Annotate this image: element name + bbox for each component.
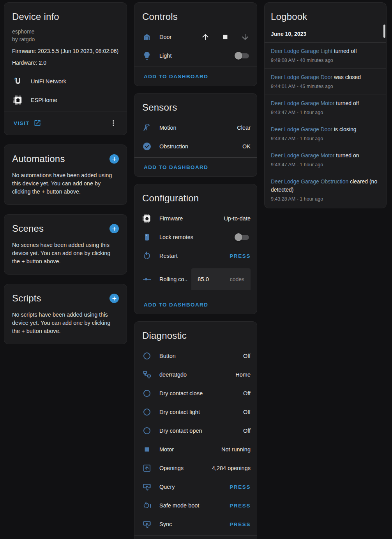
left-column: Device info esphome by ratgdo Firmware: … — [4, 2, 127, 354]
logbook-entry-text: Deer Lodge Garage Door was closed — [271, 73, 379, 81]
configuration-title: Configuration — [134, 184, 257, 209]
diagnostic-row-button[interactable]: Button Off — [134, 347, 257, 365]
entity-link[interactable]: Deer Lodge Garage Door — [271, 74, 332, 80]
radiobox-blank-icon — [142, 426, 152, 435]
entity-link[interactable]: Deer Lodge Garage Motor — [271, 100, 334, 106]
add-to-dashboard-link[interactable]: ADD TO DASHBOARD — [144, 164, 208, 170]
diagnostic-row-query: Query PRESS — [134, 477, 257, 496]
entity-link[interactable]: Deer Lodge Garage Obstruction — [271, 178, 348, 185]
diagnostic-row-dry-contact-close[interactable]: Dry contact close Off — [134, 384, 257, 403]
cover-stop-button[interactable] — [221, 32, 230, 42]
control-label: Door — [159, 34, 201, 40]
device-info-title: Device info — [4, 3, 127, 28]
diagnostic-row-motor[interactable]: Motor Not running — [134, 440, 257, 459]
sync-press-button[interactable]: PRESS — [230, 521, 251, 527]
garage-icon — [142, 32, 152, 42]
scenes-title: Scenes — [12, 223, 44, 234]
integration-row-unifi[interactable]: UniFi Network — [4, 72, 127, 91]
logbook-entry-text: Deer Lodge Garage Motor turned off — [271, 99, 379, 107]
diagnostic-row-sync: Sync PRESS — [134, 515, 257, 534]
add-to-dashboard-link[interactable]: ADD TO DASHBOARD — [144, 302, 208, 308]
integration-list: UniFi Network ESPHome — [4, 72, 127, 109]
device-info-footer: VISIT — [4, 111, 127, 135]
stop-icon — [142, 445, 152, 454]
device-model: by ratgdo — [4, 35, 127, 43]
open-in-new-icon — [34, 119, 41, 127]
diagnostic-value: Off — [243, 353, 251, 359]
diagnostic-value: Not running — [221, 446, 251, 453]
logbook-action: turned on — [336, 152, 359, 159]
scripts-title: Scripts — [12, 293, 41, 304]
sensor-row-motion[interactable]: Motion Clear — [134, 118, 257, 137]
logbook-entry: Deer Lodge Garage Motor turned on 9:43:4… — [265, 147, 386, 173]
logbook-entry: Deer Lodge Garage Obstruction cleared (n… — [265, 173, 386, 207]
logbook-entry-text: Deer Lodge Garage Door is closing — [271, 125, 379, 134]
integration-label: ESPHome — [31, 97, 120, 103]
integration-label: UniFi Network — [31, 78, 120, 85]
diagnostic-row-deerratgdo[interactable]: deerratgdo Home — [134, 365, 257, 384]
config-label: Firmware — [159, 215, 224, 222]
diagnostic-label: Dry contact close — [159, 390, 243, 396]
device-hardware: Hardware: 2.0 — [4, 55, 127, 67]
restart-press-button[interactable]: PRESS — [230, 253, 251, 259]
right-column: Logbook June 10, 2023 Deer Lodge Garage … — [264, 2, 387, 208]
automations-empty-text: No automations have been added using thi… — [4, 168, 127, 204]
sensor-label: Obstruction — [159, 143, 242, 150]
cover-open-button[interactable] — [201, 32, 210, 42]
logbook-time: 9:43:47 AM - 1 hour ago — [271, 161, 379, 169]
ray-vertex-icon — [142, 275, 152, 284]
diagnostic-label: Motor — [159, 446, 221, 453]
controls-title: Controls — [134, 3, 257, 28]
add-script-button[interactable] — [109, 294, 119, 303]
logbook-time: 9:43:47 AM - 1 hour ago — [271, 109, 379, 117]
diagnostic-label: Button — [159, 353, 243, 359]
diagnostic-card: Diagnostic Button Off deerratgdo Home — [134, 321, 257, 539]
entity-link[interactable]: Deer Lodge Garage Motor — [271, 152, 334, 159]
scenes-card: Scenes No scenes have been added using t… — [4, 214, 127, 275]
safe-mode-boot-press-button[interactable]: PRESS — [230, 503, 251, 509]
lock-remotes-toggle[interactable] — [236, 235, 249, 240]
scripts-card: Scripts No scripts have been added using… — [4, 284, 127, 344]
rolling-code-unit: codes — [230, 276, 244, 282]
sensors-card: Sensors Motion Clear Obstruction OK ADD … — [134, 93, 257, 177]
arrow-up-box-icon — [142, 463, 152, 473]
diagnostic-row-dry-contact-open[interactable]: Dry contact open Off — [134, 421, 257, 440]
integration-row-esphome[interactable]: ESPHome — [4, 91, 127, 109]
logbook-entry-text: Deer Lodge Garage Motor turned on — [271, 151, 379, 160]
gesture-tap-button-icon — [142, 520, 152, 529]
config-row-firmware[interactable]: Firmware Up-to-date — [134, 209, 257, 228]
middle-column: Controls Door — [134, 2, 257, 539]
motion-sensor-icon — [142, 123, 152, 132]
logbook-scrollbar-thumb[interactable] — [383, 25, 385, 38]
cover-buttons — [201, 32, 250, 42]
kebab-menu-icon[interactable] — [106, 116, 120, 130]
sensors-footer: ADD TO DASHBOARD — [134, 157, 257, 176]
diagnostic-label: Sync — [159, 521, 230, 527]
configuration-card: Configuration Firmware Up-to-date Lock r… — [134, 184, 257, 314]
add-automation-button[interactable] — [109, 154, 119, 164]
check-circle-icon — [142, 142, 152, 151]
logbook-card: Logbook June 10, 2023 Deer Lodge Garage … — [264, 2, 387, 208]
logbook-entry: Deer Lodge Garage Door was closed 9:44:0… — [265, 69, 386, 95]
visit-label: VISIT — [14, 120, 30, 126]
rolling-code-value: 85.0 — [198, 276, 230, 282]
sensor-row-obstruction[interactable]: Obstruction OK — [134, 137, 257, 156]
scenes-empty-text: No scenes have been added using this dev… — [4, 238, 127, 274]
visit-link[interactable]: VISIT — [14, 119, 41, 127]
config-label: Restart — [159, 253, 230, 259]
cover-close-button[interactable] — [240, 32, 250, 42]
light-toggle[interactable] — [236, 53, 249, 58]
diagnostic-row-dry-contact-light[interactable]: Dry contact light Off — [134, 403, 257, 421]
entity-link[interactable]: Deer Lodge Garage Door — [271, 126, 332, 132]
logbook-action: is closing — [334, 126, 357, 132]
logbook-action: turned off — [336, 100, 359, 106]
device-firmware: Firmware: 2023.5.5 (Jun 10 2023, 08:02:0… — [4, 43, 127, 55]
entity-link[interactable]: Deer Lodge Garage Light — [271, 48, 332, 54]
add-to-dashboard-link[interactable]: ADD TO DASHBOARD — [144, 74, 208, 79]
diagnostic-row-openings[interactable]: Openings 4,284 openings — [134, 459, 257, 477]
query-press-button[interactable]: PRESS — [230, 484, 251, 490]
config-label: Lock remotes — [159, 234, 236, 240]
rolling-code-input[interactable]: 85.0 codes — [191, 268, 251, 290]
add-scene-button[interactable] — [109, 224, 119, 233]
logbook-title: Logbook — [265, 3, 386, 26]
